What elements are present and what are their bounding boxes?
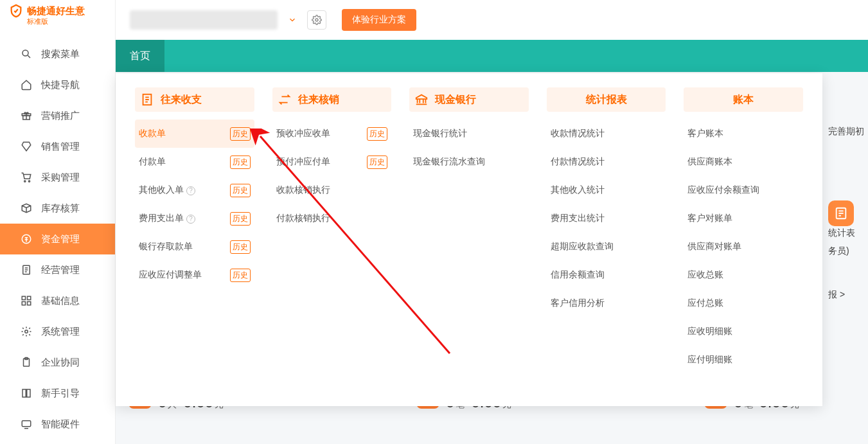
megamenu-item[interactable]: 付款情况统计	[547, 148, 666, 176]
clip-icon	[21, 357, 32, 368]
sidebar-item-11[interactable]: 新手引导	[0, 378, 115, 409]
megamenu-item-label: 现金银行统计	[413, 128, 467, 139]
sidebar-item-label: 经营管理	[41, 264, 80, 276]
sidebar-item-0[interactable]: 搜索菜单	[0, 39, 115, 69]
megamenu-item[interactable]: 预收冲应收单历史	[272, 120, 392, 148]
sidebar-item-6[interactable]: 资金管理	[0, 224, 115, 254]
org-selector-blurred[interactable]	[130, 10, 278, 30]
cta-button[interactable]: 体验行业方案	[342, 9, 416, 31]
tab-strip: 首页	[116, 40, 868, 72]
tv-icon	[21, 418, 32, 430]
history-tag[interactable]: 历史	[230, 184, 251, 197]
megamenu-item[interactable]: 银行存取款单历史	[135, 233, 254, 261]
logo: 畅捷通好生意 标准版	[0, 0, 115, 32]
home-icon	[21, 79, 32, 91]
megamenu-item-label: 应收应付调整单	[139, 269, 202, 281]
megamenu-item-label: 收款情况统计	[551, 128, 605, 139]
history-tag[interactable]: 历史	[230, 212, 251, 226]
history-tag[interactable]: 历史	[230, 155, 251, 169]
megamenu-item[interactable]: 供应商对账单	[684, 233, 803, 261]
sidebar-item-label: 资金管理	[41, 233, 80, 245]
megamenu-item-label: 客户信用分析	[551, 297, 605, 309]
bank-icon	[414, 93, 429, 107]
megamenu-item[interactable]: 收款单历史	[135, 120, 254, 148]
sidebar-item-label: 智能硬件	[41, 418, 80, 431]
svg-rect-13	[28, 296, 31, 299]
sidebar-item-3[interactable]: 销售管理	[0, 131, 115, 162]
sidebar-item-10[interactable]: 企业协同	[0, 347, 115, 378]
megamenu-item[interactable]: 现金银行流水查询	[409, 148, 529, 176]
diamond-icon	[21, 141, 32, 152]
megamenu-item[interactable]: 客户账本	[684, 120, 803, 148]
history-tag[interactable]: 历史	[230, 127, 251, 141]
help-icon[interactable]: ?	[186, 186, 195, 195]
history-tag[interactable]: 历史	[367, 155, 387, 169]
megamenu-item-label: 客户对账单	[687, 213, 732, 224]
sidebar-item-label: 采购管理	[41, 172, 80, 184]
sidebar: 畅捷通好生意 标准版 搜索菜单快捷导航营销推广销售管理采购管理库存核算资金管理经…	[0, 0, 116, 444]
svg-rect-15	[28, 302, 31, 305]
megamenu-item[interactable]: 应付明细账	[684, 346, 803, 374]
megamenu-item[interactable]: 付款核销执行	[272, 204, 392, 233]
tab-home[interactable]: 首页	[116, 40, 164, 72]
megamenu-item[interactable]: 应收应付余额查询	[684, 176, 803, 204]
megamenu-item[interactable]: 其他收入统计	[547, 176, 666, 204]
megamenu-item-label: 预付冲应付单	[276, 156, 330, 168]
megamenu-item[interactable]: 费用支出单?历史	[135, 204, 254, 233]
sidebar-item-12[interactable]: 智能硬件	[0, 409, 115, 440]
megamenu-item[interactable]: 应收应付调整单历史	[135, 261, 254, 289]
sidebar-item-label: 营销推广	[41, 110, 80, 122]
settings-button[interactable]	[307, 10, 326, 30]
megamenu-item[interactable]: 收款情况统计	[547, 120, 666, 148]
megamenu-item[interactable]: 超期应收款查询	[547, 233, 666, 261]
megamenu-item-label: 付款情况统计	[551, 156, 605, 168]
megamenu-item-label: 应付明细账	[687, 354, 732, 366]
help-icon[interactable]: ?	[186, 215, 195, 224]
megamenu-item[interactable]: 现金银行统计	[409, 120, 529, 148]
logo-icon	[9, 4, 23, 18]
megamenu-item-label: 收款单	[139, 128, 166, 139]
megamenu-item[interactable]: 信用余额查询	[547, 261, 666, 289]
megamenu-item[interactable]: 应付总账	[684, 289, 803, 317]
receipt-icon	[140, 93, 154, 107]
megamenu-item[interactable]: 客户信用分析	[547, 289, 666, 317]
right-report-icon[interactable]	[828, 200, 854, 226]
history-tag[interactable]: 历史	[230, 269, 251, 282]
megamenu-item[interactable]: 应收明细账	[684, 317, 803, 346]
gear-icon	[21, 326, 32, 337]
megamenu-item[interactable]: 供应商账本	[684, 148, 803, 176]
megamenu-item-label: 付款单	[139, 156, 166, 168]
sidebar-item-label: 销售管理	[41, 141, 80, 153]
sidebar-item-5[interactable]: 库存核算	[0, 193, 115, 224]
history-tag[interactable]: 历史	[367, 127, 387, 141]
megamenu-item[interactable]: 付款单历史	[135, 148, 254, 176]
sidebar-item-8[interactable]: 基础信息	[0, 285, 115, 316]
megamenu-item[interactable]: 其他收入单?历史	[135, 176, 254, 204]
topbar: 体验行业方案	[116, 0, 868, 40]
svg-line-1	[28, 55, 30, 58]
book-icon	[21, 387, 32, 399]
history-tag[interactable]: 历史	[230, 240, 251, 254]
swap-icon	[278, 93, 292, 107]
mm-col-reports: 统计报表 收款情况统计付款情况统计其他收入统计费用支出统计超期应收款查询信用余额…	[547, 87, 666, 374]
megamenu-item[interactable]: 费用支出统计	[547, 204, 666, 233]
megamenu-item[interactable]: 客户对账单	[684, 204, 803, 233]
mm-header: 统计报表	[547, 87, 666, 112]
sidebar-item-2[interactable]: 营销推广	[0, 100, 115, 131]
megamenu-item[interactable]: 预付冲应付单历史	[272, 148, 392, 176]
sidebar-item-1[interactable]: 快捷导航	[0, 69, 115, 100]
sidebar-item-9[interactable]: 系统管理	[0, 316, 115, 347]
sidebar-item-4[interactable]: 采购管理	[0, 162, 115, 193]
mm-col-reconcile: 往来核销 预收冲应收单历史预付冲应付单历史收款核销执行付款核销执行	[272, 87, 392, 374]
chevron-down-icon[interactable]	[288, 15, 297, 24]
sidebar-item-7[interactable]: 经营管理	[0, 254, 115, 285]
sidebar-item-label: 基础信息	[41, 295, 80, 307]
logo-text: 畅捷通好生意	[27, 5, 85, 17]
mm-header: 往来核销	[272, 87, 392, 112]
megamenu-item-label: 超期应收款查询	[551, 241, 614, 253]
svg-point-0	[22, 50, 28, 56]
megamenu-item-label: 供应商对账单	[687, 241, 741, 253]
megamenu-item-label: 应付总账	[687, 297, 723, 309]
megamenu-item[interactable]: 应收总账	[684, 261, 803, 289]
megamenu-item[interactable]: 收款核销执行	[272, 176, 392, 204]
